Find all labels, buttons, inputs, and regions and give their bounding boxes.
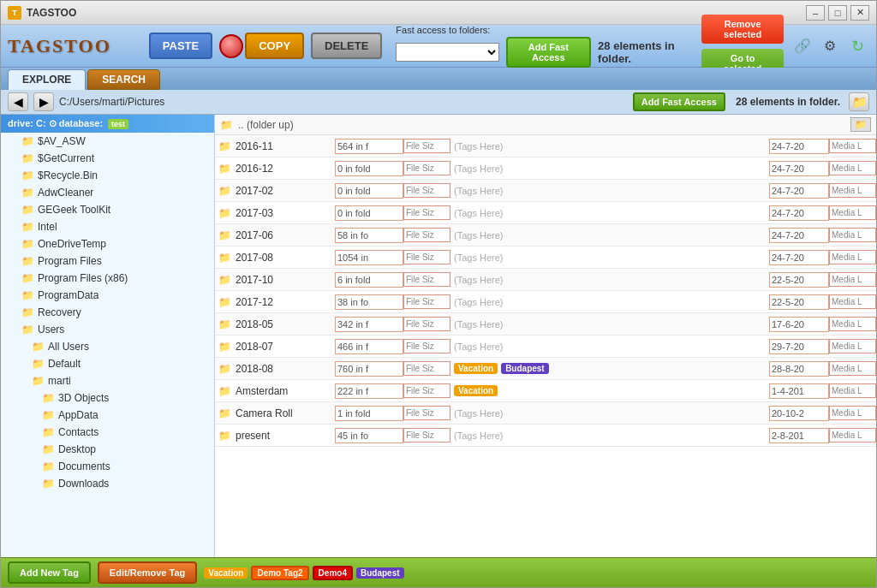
sidebar-item-getcurrent[interactable]: 📁 $GetCurrent (1, 150, 214, 167)
folder-icon: 📁 (42, 443, 55, 455)
elements-count-nav: 28 elements in folder. (736, 96, 840, 108)
row-icon: 📁 (215, 294, 232, 310)
table-row[interactable]: 📁 present 45 in fo File Siz (Tags Here) … (215, 425, 876, 447)
tags-placeholder: (Tags Here) (454, 230, 503, 241)
row-media: Media L (829, 272, 876, 287)
folder-up-open-btn[interactable]: 📁 (850, 117, 871, 132)
table-row[interactable]: 📁 2018-07 466 in f File Siz (Tags Here) … (215, 336, 876, 358)
add-new-tag-button[interactable]: Add New Tag (8, 561, 91, 584)
fast-access-dropdown[interactable] (396, 43, 498, 62)
table-row[interactable]: 📁 2018-05 342 in f File Siz (Tags Here) … (215, 313, 876, 336)
open-folder-button[interactable]: 📁 (849, 92, 869, 111)
table-row[interactable]: 📁 2017-08 1054 in File Siz (Tags Here) 2… (215, 246, 876, 269)
delete-button[interactable]: DELETE (311, 33, 382, 59)
table-row[interactable]: 📁 Camera Roll 1 in fold File Siz (Tags H… (215, 402, 876, 425)
row-icon: 📁 (215, 361, 232, 377)
sidebar-item-gegeek[interactable]: 📁 GEGeek ToolKit (1, 201, 214, 218)
sidebar-item-downloads[interactable]: 📁 Downloads (1, 475, 214, 492)
folder-icon: 📁 (21, 272, 34, 284)
table-row[interactable]: 📁 2016-11 564 in f File Siz (Tags Here) … (215, 135, 876, 157)
sidebar-item-label: Program Files (38, 255, 102, 267)
sidebar-item-allusers[interactable]: 📁 All Users (1, 338, 214, 355)
row-count: 38 in fo (335, 294, 403, 310)
sidebar-item-contacts[interactable]: 📁 Contacts (1, 424, 214, 441)
sidebar-item-users[interactable]: 📁 Users (1, 321, 214, 338)
forward-button[interactable]: ▶ (33, 92, 54, 111)
sidebar-item-marti[interactable]: 📁 marti (1, 372, 214, 389)
tag-badge[interactable]: Budapest (501, 363, 549, 374)
sidebar-item-adwcleaner[interactable]: 📁 AdwCleaner (1, 184, 214, 201)
sidebar-item-programfilesx86[interactable]: 📁 Program Files (x86) (1, 270, 214, 287)
back-button[interactable]: ◀ (8, 92, 28, 111)
file-list: 📁 .. (folder up) 📁 📁 2016-11 564 in f Fi… (215, 115, 876, 557)
sidebar-item-documents[interactable]: 📁 Documents (1, 458, 214, 475)
sidebar-item-av-asw[interactable]: 📁 $AV_ASW (1, 133, 214, 150)
sidebar-item-label: OneDriveTemp (38, 238, 106, 250)
table-row[interactable]: 📁 Amsterdam 222 in f File Siz Vacation 1… (215, 380, 876, 402)
sidebar-item-label: All Users (48, 341, 89, 353)
add-fast-access-button[interactable]: Add Fast Access (506, 37, 592, 68)
settings-icon[interactable]: ⚙ (818, 34, 842, 58)
tag-badge[interactable]: Vacation (454, 385, 498, 396)
row-media: Media L (829, 383, 876, 398)
row-icon: 📁 (215, 272, 232, 288)
sidebar-item-programdata[interactable]: 📁 ProgramData (1, 287, 214, 304)
row-date: 28-8-20 (769, 361, 829, 377)
link-icon[interactable]: 🔗 (790, 34, 814, 58)
row-tags: (Tags Here) (450, 340, 769, 353)
tab-explore[interactable]: EXPLORE (8, 69, 86, 90)
sidebar-item-label: 3D Objects (58, 392, 109, 404)
folder-icon: 📁 (21, 204, 34, 216)
title-bar-controls: – □ ✕ (806, 5, 869, 21)
bottom-tag-demo-tag2[interactable]: Demo Tag2 (251, 566, 308, 580)
sidebar-item-recovery[interactable]: 📁 Recovery (1, 304, 214, 321)
sidebar-item-label: Contacts (58, 426, 98, 438)
copy-button[interactable]: COPY (245, 33, 304, 59)
table-row[interactable]: 📁 2017-02 0 in fold File Siz (Tags Here)… (215, 180, 876, 202)
bottom-tag-vacation[interactable]: Vacation (204, 567, 248, 579)
tab-search[interactable]: SEARCH (87, 69, 160, 90)
row-size: File Siz (403, 294, 450, 309)
folder-icon: 📁 (42, 409, 55, 421)
tags-placeholder: (Tags Here) (454, 252, 503, 263)
row-count: 0 in fold (335, 205, 403, 221)
bottom-tag-budapest[interactable]: Budapest (356, 567, 404, 579)
edit-remove-tag-button[interactable]: Edit/Remove Tag (98, 561, 197, 584)
table-row[interactable]: 📁 2017-12 38 in fo File Siz (Tags Here) … (215, 291, 876, 313)
row-date: 29-7-20 (769, 339, 829, 354)
sidebar-item-default[interactable]: 📁 Default (1, 355, 214, 372)
row-size: File Siz (403, 361, 450, 376)
copy-circle-icon[interactable] (219, 34, 243, 58)
sidebar-item-intel[interactable]: 📁 Intel (1, 218, 214, 235)
copy-button-wrap: COPY (219, 33, 304, 59)
table-row[interactable]: 📁 2017-06 58 in fo File Siz (Tags Here) … (215, 224, 876, 246)
fast-access-label: Fast access to folders: (396, 25, 490, 35)
add-fast-access-nav-button[interactable]: Add Fast Access (633, 92, 725, 111)
table-row[interactable]: 📁 2017-03 0 in fold File Siz (Tags Here)… (215, 202, 876, 224)
sidebar-item-programfiles[interactable]: 📁 Program Files (1, 252, 214, 270)
folder-up-row[interactable]: 📁 .. (folder up) 📁 (215, 115, 876, 135)
table-row[interactable]: 📁 2017-10 6 in fold File Siz (Tags Here)… (215, 269, 876, 291)
row-date: 22-5-20 (769, 272, 829, 288)
close-button[interactable]: ✕ (850, 5, 869, 21)
table-row[interactable]: 📁 2016-12 0 in fold File Siz (Tags Here)… (215, 157, 876, 180)
tag-badge[interactable]: Vacation (454, 363, 498, 374)
remove-selected-button[interactable]: Remove selected (701, 15, 784, 44)
sidebar-item-onedrivemp[interactable]: 📁 OneDriveTemp (1, 235, 214, 252)
sidebar-item-3dobjects[interactable]: 📁 3D Objects (1, 389, 214, 407)
row-tags: (Tags Here) (450, 295, 769, 309)
maximize-button[interactable]: □ (828, 5, 847, 21)
row-size: File Siz (403, 428, 450, 442)
paste-button[interactable]: PASTE (149, 33, 212, 59)
row-name: 2018-07 (232, 339, 335, 354)
row-count: 45 in fo (335, 428, 403, 443)
minimize-button[interactable]: – (806, 5, 825, 21)
sidebar-item-appdata[interactable]: 📁 AppData (1, 407, 214, 424)
sidebar-item-desktop[interactable]: 📁 Desktop (1, 441, 214, 458)
sidebar-item-label: Intel (38, 221, 57, 233)
table-row[interactable]: 📁 2018-08 760 in f File Siz VacationBuda… (215, 358, 876, 380)
bottom-tag-demo4[interactable]: Demo4 (313, 566, 353, 580)
sidebar-item-recycle[interactable]: 📁 $Recycle.Bin (1, 167, 214, 184)
folder-icon: 📁 (21, 169, 34, 181)
refresh-icon[interactable]: ↻ (845, 34, 869, 58)
